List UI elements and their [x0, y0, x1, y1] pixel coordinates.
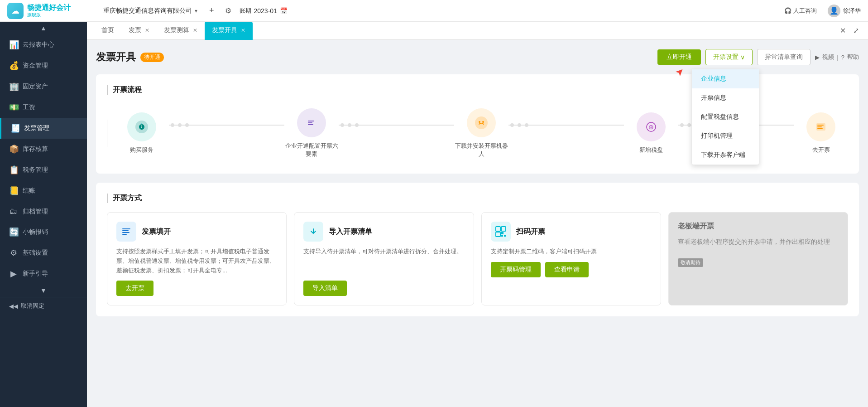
period-label: 账期: [240, 7, 251, 15]
page-header: 发票开具 待开通 立即开通 开票设置 ∨ 异常清单查询 ▶ 视频: [96, 49, 859, 65]
cancel-fixed-label: 取消固定: [21, 302, 44, 310]
svg-point-7: [482, 121, 484, 123]
add-tab-button[interactable]: +: [206, 6, 217, 15]
boss-badge: 敬请期待: [678, 258, 703, 267]
step-add-disk-label: 新增税盘: [639, 146, 663, 154]
fixed-assets-icon: 🏢: [9, 82, 18, 92]
sidebar-item-invoice[interactable]: 🧾 发票管理: [0, 118, 87, 139]
sidebar-scroll-up[interactable]: ▲: [0, 22, 87, 34]
main-layout: ▲ 📊 云报表中心 💰 资金管理 🏢 固定资产 💵 工资 🧾 发票管理: [0, 22, 868, 407]
process-step-download: 下载并安装开票机器人: [454, 108, 508, 158]
tab-maximize-button[interactable]: ⤢: [851, 24, 861, 37]
step-add-disk-icon: ⊕: [637, 112, 666, 141]
invoice-settings-label: 开票设置: [713, 53, 739, 61]
sidebar-item-payroll[interactable]: 💵 工资: [0, 97, 87, 118]
tab-invoice-test-close[interactable]: ✕: [193, 27, 197, 34]
exception-list-button[interactable]: 异常清单查询: [757, 49, 810, 65]
tab-invoice-issue[interactable]: 发票开具 ✕: [205, 22, 253, 40]
settlement-icon: 📒: [9, 186, 18, 196]
sidebar-scroll-down[interactable]: ▼: [0, 284, 87, 297]
dropdown-invoice-info[interactable]: 开票信息: [692, 88, 759, 107]
calendar-icon[interactable]: 📅: [280, 7, 288, 15]
step-issue-label: 去开票: [812, 146, 830, 154]
svg-rect-23: [496, 232, 500, 237]
scan-method-title: 扫码开票: [516, 227, 545, 237]
sidebar-item-cloud-report[interactable]: 📊 云报表中心: [0, 34, 87, 55]
import-method-btn[interactable]: 导入清单: [303, 281, 347, 296]
headset-icon: 🎧: [784, 7, 791, 14]
process-step-config: 企业开通配置开票六要素: [284, 108, 339, 158]
scan-method-icon: [491, 222, 511, 242]
tab-invoice[interactable]: 发票 ✕: [121, 22, 157, 40]
sidebar-item-label: 工资: [23, 103, 35, 111]
methods-grid: 发票填开 支持按照发票样式手工填开发票；可开具增值税电子普通发票、增值税普通发票…: [107, 212, 848, 305]
step-config-label: 企业开通配置开票六要素: [284, 142, 339, 158]
sidebar-item-archive[interactable]: 🗂 归档管理: [0, 201, 87, 222]
company-selector[interactable]: 重庆畅捷交通信息咨询有限公司 ▾: [100, 5, 201, 17]
tab-invoice-test[interactable]: 发票测算 ✕: [157, 22, 205, 40]
invoice-settings-button[interactable]: 开票设置 ∨: [705, 49, 753, 65]
user-info[interactable]: 👤 徐泽华: [828, 5, 861, 17]
xiaochang-icon: 🔄: [9, 227, 18, 237]
step-divider: [107, 120, 107, 147]
step-buy-icon: [127, 112, 156, 141]
sidebar-item-label: 库存核算: [23, 145, 48, 153]
step-issue-icon: [806, 112, 835, 141]
sidebar-item-xiaochang[interactable]: 🔄 小畅报销: [0, 222, 87, 242]
dropdown-printer[interactable]: 打印机管理: [692, 126, 759, 145]
chevron-down-icon: ∨: [740, 53, 745, 61]
period-value: 2023-01: [254, 7, 277, 15]
manual-method-btn[interactable]: 去开票: [116, 281, 153, 296]
svg-rect-4: [308, 124, 313, 125]
step-download-icon: [467, 108, 496, 137]
sidebar-item-inventory[interactable]: 📦 库存核算: [0, 139, 87, 160]
svg-rect-3: [308, 122, 312, 123]
tab-close-button[interactable]: ✕: [838, 24, 848, 37]
scan-method-btn1[interactable]: 开票码管理: [491, 262, 541, 277]
import-method-icon: [303, 222, 323, 242]
process-step-add-disk: ⊕ 新增税盘: [624, 112, 678, 154]
dropdown-item-label: 配置税盘信息: [701, 113, 739, 120]
sidebar-item-guide[interactable]: ▶ 新手引导: [0, 263, 87, 284]
support-button[interactable]: 🎧 人工咨询: [781, 5, 820, 17]
method-header-manual: 发票填开: [116, 222, 277, 242]
sidebar-item-funds[interactable]: 💰 资金管理: [0, 55, 87, 76]
tax-icon: 📋: [9, 165, 18, 175]
sidebar: ▲ 📊 云报表中心 💰 资金管理 🏢 固定资产 💵 工资 🧾 发票管理: [0, 22, 87, 407]
cancel-fixed-button[interactable]: ◀◀ 取消固定: [0, 297, 87, 315]
chevron-down-icon: ▾: [195, 8, 197, 14]
method-header-import: 导入开票清单: [303, 222, 464, 242]
sidebar-item-label: 基础设置: [23, 249, 48, 257]
step-download-label: 下载并安装开票机器人: [454, 142, 508, 158]
activate-button[interactable]: 立即开通: [657, 49, 701, 65]
help-label[interactable]: 帮助: [847, 53, 859, 61]
sidebar-item-label: 小畅报销: [23, 228, 48, 236]
process-step-issue: 去开票: [794, 112, 848, 154]
svg-rect-19: [122, 234, 127, 235]
scan-method-btn2[interactable]: 查看申请: [545, 262, 589, 277]
connector-3: [508, 125, 624, 126]
dropdown-download-client[interactable]: 下载开票客户端: [692, 145, 759, 165]
settings-icon[interactable]: ⚙: [222, 6, 234, 15]
import-method-desc: 支持导入待开票清单，可对待开票清单进行拆分、合并处理。: [303, 247, 464, 257]
sidebar-item-tax[interactable]: 📋 税务管理: [0, 160, 87, 180]
dropdown-company-info[interactable]: 企业信息: [692, 69, 759, 88]
tab-invoice-issue-close[interactable]: ✕: [241, 27, 245, 34]
svg-rect-24: [501, 232, 504, 234]
svg-point-5: [475, 116, 488, 129]
sidebar-item-settlement[interactable]: 📒 结账: [0, 180, 87, 201]
svg-rect-12: [817, 125, 824, 126]
sidebar-item-settings[interactable]: ⚙ 基础设置: [0, 242, 87, 263]
video-help-area: ▶ 视频 | ? 帮助: [815, 53, 859, 61]
connector-2: [339, 125, 454, 126]
tab-invoice-issue-label: 发票开具: [212, 26, 237, 34]
dropdown-tax-disk[interactable]: 配置税盘信息: [692, 107, 759, 126]
method-header-boss: 老板端开票: [678, 222, 839, 231]
method-header-scan: 扫码开票: [491, 222, 652, 242]
svg-rect-2: [308, 121, 314, 121]
sidebar-item-fixed-assets[interactable]: 🏢 固定资产: [0, 76, 87, 97]
scan-method-desc: 支持定制开票二维码，客户端可扫码开票: [491, 247, 652, 257]
tab-home[interactable]: 首页: [94, 22, 121, 40]
tab-invoice-close[interactable]: ✕: [145, 27, 149, 34]
video-label[interactable]: 视频: [822, 53, 834, 61]
